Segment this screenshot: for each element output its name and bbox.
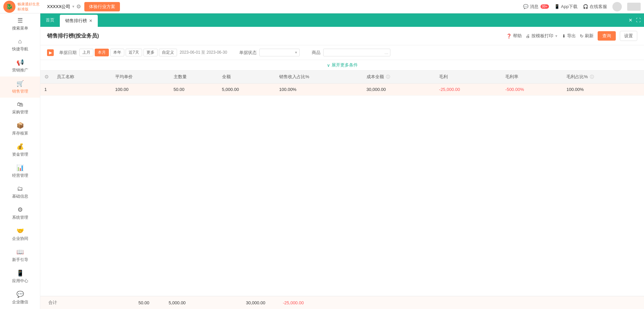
sidebar-item-purchase[interactable]: 🛍 采购管理 (0, 98, 40, 118)
sidebar-item-label: 系统管理 (12, 215, 28, 220)
expand-arrow[interactable]: ▶ (47, 49, 54, 56)
sidebar-item-system[interactable]: ⚙ 系统管理 (0, 203, 40, 224)
gross-pct-info-icon[interactable]: ⓘ (590, 74, 594, 79)
th-settings: ⚙ (40, 70, 53, 84)
help-button[interactable]: ❓ 帮助 (506, 33, 522, 39)
topbar: 🐉 畅康通好生意 标准版 XXXXX公司 ▼ ⚙ 体验行业方案 💬 消息 99+… (0, 0, 644, 13)
tab-expand-icon[interactable]: ⛶ (636, 17, 641, 23)
goods-filter-group: 商品 … (312, 49, 390, 56)
tab-sales-ranking[interactable]: 销售排行榜 ✕ (60, 15, 98, 27)
sidebar-item-operation[interactable]: 📊 经营管理 (0, 161, 40, 182)
status-filter-label: 单据状态 (239, 50, 257, 56)
page-header: 销售排行榜(按业务员) ❓ 帮助 🖨 按模板打印 ▼ ⬇ 导出 (40, 27, 644, 45)
sidebar-item-sales[interactable]: 🛒 销售管理 (0, 76, 40, 98)
tab-close-icon[interactable]: ✕ (89, 18, 92, 23)
industry-button[interactable]: 体验行业方案 (84, 2, 120, 11)
sales-icon: 🛒 (16, 80, 24, 87)
sidebar: ☰ 搜索菜单 ⌂ 快捷导航 📢 营销推广 🛒 销售管理 🛍 采购管理 📦 库存核… (0, 13, 40, 309)
sidebar-item-marketing[interactable]: 📢 营销推广 (0, 55, 40, 76)
settings-icon[interactable]: ⚙ (76, 3, 81, 10)
avatar[interactable] (612, 2, 622, 11)
sidebar-item-inventory[interactable]: 📦 库存核算 (0, 118, 40, 140)
quick-nav-icon: ⌂ (18, 38, 22, 45)
tab-close-all-icon[interactable]: ✕ (629, 17, 633, 23)
date-filter-group: 单据日期 上月 本月 本年 近7天 更多 自定义 2023-06-01 至 20… (59, 49, 227, 56)
status-select[interactable] (259, 49, 300, 56)
footer-amount: 5,000.00 (169, 300, 206, 305)
date-filter-label: 单据日期 (59, 50, 77, 56)
date-buttons: 上月 本月 本年 近7天 更多 自定义 (79, 49, 177, 56)
search-order-icon: ☰ (17, 17, 23, 24)
cell-amount: 5,000.00 (218, 84, 275, 96)
company-selector[interactable]: XXXXX公司 ▼ (47, 4, 75, 10)
sidebar-item-app-center[interactable]: 📱 应用中心 (0, 266, 40, 287)
app-icon: 📱 (554, 4, 560, 9)
cell-employee (53, 84, 111, 96)
tabbar: 首页 销售排行榜 ✕ ✕ ⛶ (40, 13, 644, 27)
export-button[interactable]: ⬇ 导出 (562, 33, 576, 39)
print-icon: 🖨 (526, 34, 530, 39)
sidebar-item-capital[interactable]: 💰 资金管理 (0, 140, 40, 161)
sidebar-item-beginner-guide[interactable]: 📖 新手引导 (0, 245, 40, 266)
table-row: 1 100.00 50.00 5,000.00 100.00% 30,000.0… (40, 84, 644, 96)
sidebar-item-label: 资金管理 (12, 152, 28, 157)
purchase-icon: 🛍 (17, 101, 23, 108)
sidebar-item-basic-info[interactable]: 🗂 基础信息 (0, 182, 40, 203)
cell-sales-pct: 100.00% (275, 84, 362, 96)
chevron-down-icon: ∨ (327, 63, 330, 68)
cost-info-icon[interactable]: ⓘ (386, 74, 390, 79)
content-area: 首页 销售排行榜 ✕ ✕ ⛶ 销售排行榜(按业务员) ❓ 帮助 (40, 13, 644, 309)
query-button[interactable]: 查询 (598, 31, 616, 41)
app-download-button[interactable]: 📱 App下载 (554, 4, 577, 10)
enterprise-wechat-icon: 💬 (16, 291, 24, 298)
date-btn-more[interactable]: 更多 (143, 49, 158, 56)
system-icon: ⚙ (17, 206, 23, 213)
capital-icon: 💰 (16, 143, 24, 150)
logo: 🐉 畅康通好生意 标准版 (3, 1, 44, 13)
refresh-button[interactable]: ↻ 刷新 (580, 33, 594, 39)
company-name: XXXXX公司 (47, 4, 70, 10)
table-header-row: ⚙ 员工名称 平均单价 主数量 全额 销售收入占比% 成本全额 ⓘ 毛利 (40, 70, 644, 84)
expand-more-button[interactable]: ∨ 展开更多条件 (40, 60, 644, 70)
sidebar-item-enterprise-coop[interactable]: 🤝 企业协同 (0, 224, 40, 245)
sidebar-item-label: 基础信息 (12, 194, 28, 199)
sidebar-item-label: 销售管理 (12, 89, 28, 94)
online-service-button[interactable]: 🎧 在线客服 (583, 4, 607, 10)
sidebar-item-quick-nav[interactable]: ⌂ 快捷导航 (0, 35, 40, 55)
export-icon: ⬇ (562, 34, 566, 39)
tabbar-right: ✕ ⛶ (629, 17, 644, 23)
sidebar-item-label: 搜索菜单 (12, 25, 28, 31)
message-button[interactable]: 💬 消息 99+ (523, 4, 549, 10)
cell-gross-rate: -500.00% (501, 84, 562, 96)
date-btn-custom[interactable]: 自定义 (159, 49, 177, 56)
home-tab-label: 首页 (46, 17, 54, 23)
sidebar-item-search-order[interactable]: ☰ 搜索菜单 (0, 13, 40, 35)
date-btn-7days[interactable]: 近7天 (126, 49, 142, 56)
print-dropdown-icon: ▼ (555, 34, 558, 38)
date-btn-this-year[interactable]: 本年 (110, 49, 124, 56)
th-employee: 员工名称 (53, 70, 111, 84)
settings-button[interactable]: 设置 (620, 31, 637, 41)
logo-text: 畅康通好生意 标准版 (17, 2, 40, 11)
expand-more-bar: ∨ 展开更多条件 (40, 60, 644, 70)
topbar-right: 💬 消息 99+ 📱 App下载 🎧 在线客服 (523, 2, 641, 11)
sidebar-item-enterprise-wechat[interactable]: 💬 企业微信 (0, 287, 40, 308)
main-layout: ☰ 搜索菜单 ⌂ 快捷导航 📢 营销推广 🛒 销售管理 🛍 采购管理 📦 库存核… (0, 13, 644, 309)
column-settings-icon[interactable]: ⚙ (44, 74, 49, 80)
online-service-label: 在线客服 (590, 4, 607, 10)
data-table: ⚙ 员工名称 平均单价 主数量 全额 销售收入占比% 成本全额 ⓘ 毛利 (40, 70, 644, 96)
date-btn-last-month[interactable]: 上月 (79, 49, 93, 56)
chevron-down-icon: ▼ (72, 5, 75, 8)
table-footer: 合计 50.00 5,000.00 30,000.00 -25,000.00 (40, 296, 644, 309)
expand-icon: ▶ (47, 49, 54, 56)
beginner-guide-icon: 📖 (16, 248, 24, 256)
footer-label: 合计 (44, 300, 105, 306)
tab-home[interactable]: 首页 (40, 13, 60, 27)
goods-input[interactable] (323, 49, 390, 56)
template-print-button[interactable]: 🖨 按模板打印 ▼ (526, 33, 558, 39)
date-btn-this-month[interactable]: 本月 (95, 49, 109, 56)
message-icon: 💬 (523, 4, 528, 9)
message-label: 消息 (530, 4, 539, 10)
refresh-icon: ↻ (580, 34, 584, 39)
filter-bar: ▶ 单据日期 上月 本月 本年 近7天 更多 自定义 2023-06-01 至 … (40, 45, 644, 60)
